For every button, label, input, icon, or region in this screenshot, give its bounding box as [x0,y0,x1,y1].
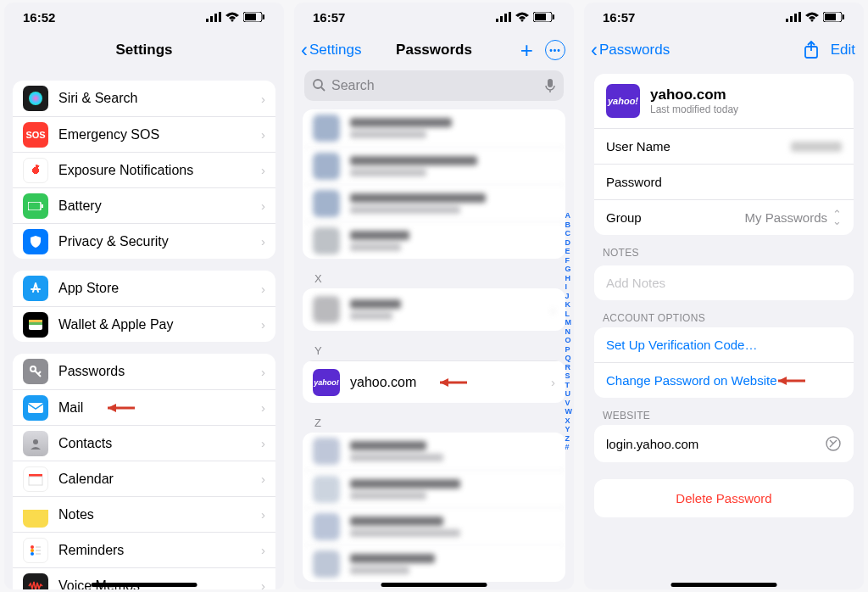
password-row-yahoo[interactable]: yahoo! yahoo.com › [303,360,565,403]
index-letter[interactable]: L [565,310,573,319]
svg-rect-29 [504,14,507,22]
settings-row-wallet[interactable]: Wallet & Apple Pay › [13,306,275,342]
chevron-right-icon: › [261,92,265,106]
alphabet-index[interactable]: ABCDEFGHIJKLMNOPQRSTUVWXYZ# [565,211,575,452]
username-row[interactable]: User Name [594,128,854,164]
group-row[interactable]: Group My Passwords ⌃⌄ [594,199,854,235]
list-item-blurred[interactable] [303,470,565,507]
passwords-list[interactable]: X › Y yahoo! yahoo.com › Z ABCDEFGHIJKLM… [294,109,574,589]
nav-bar: ‹ Settings Passwords + ••• [294,31,574,69]
settings-row-battery[interactable]: Battery › [13,187,275,223]
home-indicator[interactable] [381,583,487,587]
list-item-blurred[interactable] [303,545,565,582]
index-letter[interactable]: A [565,211,573,221]
share-icon[interactable] [804,41,819,59]
index-letter[interactable]: I [565,282,573,292]
index-letter[interactable]: B [565,221,573,230]
index-letter[interactable]: # [565,443,573,452]
settings-row-mail[interactable]: Mail › [13,389,275,425]
website-row[interactable]: login.yahoo.com [594,425,854,462]
settings-row-contacts[interactable]: Contacts › [13,425,275,461]
chevron-right-icon: › [261,127,265,142]
settings-row-sos[interactable]: SOS Emergency SOS › [13,116,275,152]
website-card: login.yahoo.com [594,425,854,462]
row-label: Contacts [58,436,112,451]
delete-password-button[interactable]: Delete Password [594,479,854,517]
list-item-blurred[interactable] [303,109,565,147]
list-item-blurred[interactable]: › [303,288,565,331]
chevron-right-icon: › [551,375,555,389]
notes-icon [23,502,48,528]
settings-row-reminders[interactable]: Reminders › [13,532,275,567]
credential-card: yahoo! yahoo.com Last modified today Use… [594,74,854,235]
detail-content[interactable]: yahoo! yahoo.com Last modified today Use… [584,69,864,589]
svg-rect-40 [794,14,797,22]
safari-icon[interactable] [825,435,842,452]
svg-rect-38 [786,19,788,22]
settings-row-calendar[interactable]: Calendar › [13,461,275,496]
home-indicator[interactable] [671,583,777,587]
index-letter[interactable]: Z [565,434,573,444]
list-item-blurred[interactable] [303,221,565,259]
settings-row-exposure[interactable]: Exposure Notifications › [13,152,275,187]
index-letter[interactable]: R [565,363,573,372]
index-letter[interactable]: U [565,389,573,399]
settings-list[interactable]: Siri & Search › SOS Emergency SOS › Expo… [4,69,284,589]
website-header: WEBSITE [584,398,864,425]
battery-icon [823,12,845,22]
back-button[interactable]: ‹ Passwords [591,31,670,69]
row-label: Passwords [58,364,125,379]
settings-row-notes[interactable]: Notes › [13,496,275,532]
back-button[interactable]: ‹ Settings [301,31,361,69]
password-section [303,109,565,259]
index-letter[interactable]: T [565,381,573,390]
settings-row-appstore[interactable]: App Store › [13,271,275,306]
index-letter[interactable]: C [565,229,573,238]
index-letter[interactable]: M [565,318,573,327]
settings-row-siri[interactable]: Siri & Search › [13,81,275,116]
index-letter[interactable]: V [565,399,573,408]
index-letter[interactable]: X [565,416,573,426]
yahoo-icon: yahoo! [313,369,340,396]
search-field[interactable]: Search [304,70,564,101]
index-letter[interactable]: J [565,292,573,301]
list-item-blurred[interactable] [303,507,565,545]
mic-icon[interactable] [545,78,555,93]
home-indicator[interactable] [92,583,198,587]
page-title: Passwords [396,42,472,59]
index-letter[interactable]: K [565,300,573,310]
chevron-right-icon: › [261,234,265,249]
list-item-blurred[interactable] [303,433,565,470]
index-letter[interactable]: G [565,265,573,274]
settings-group: Passwords › Mail › Contacts › Calendar › [13,354,275,589]
index-letter[interactable]: W [565,407,573,416]
chevron-right-icon: › [261,436,265,450]
add-button[interactable]: + [520,37,533,64]
password-section: › [303,288,565,331]
svg-rect-41 [798,12,801,22]
passwords-list-screen: 16:57 ‹ Settings Passwords + ••• Search … [294,3,574,589]
index-letter[interactable]: N [565,327,573,337]
sos-icon: SOS [23,122,48,148]
password-row[interactable]: Password [594,164,854,199]
index-letter[interactable]: Q [565,354,573,363]
index-letter[interactable]: F [565,256,573,265]
index-letter[interactable]: D [565,238,573,248]
status-icons [206,12,265,22]
exposure-icon [23,158,48,183]
index-letter[interactable]: P [565,345,573,355]
list-item-blurred[interactable] [303,184,565,221]
more-button[interactable]: ••• [545,40,565,60]
notes-field[interactable]: Add Notes [594,265,854,300]
index-letter[interactable]: S [565,371,573,381]
index-letter[interactable]: E [565,247,573,256]
list-item-blurred[interactable] [303,147,565,184]
index-letter[interactable]: Y [565,425,573,434]
index-letter[interactable]: H [565,274,573,283]
verify-code-link[interactable]: Set Up Verification Code… [594,327,854,362]
settings-row-passwords[interactable]: Passwords › [13,354,275,389]
edit-button[interactable]: Edit [831,42,855,59]
change-password-link[interactable]: Change Password on Website [594,362,854,398]
settings-row-privacy[interactable]: Privacy & Security › [13,223,275,259]
index-letter[interactable]: O [565,336,573,345]
